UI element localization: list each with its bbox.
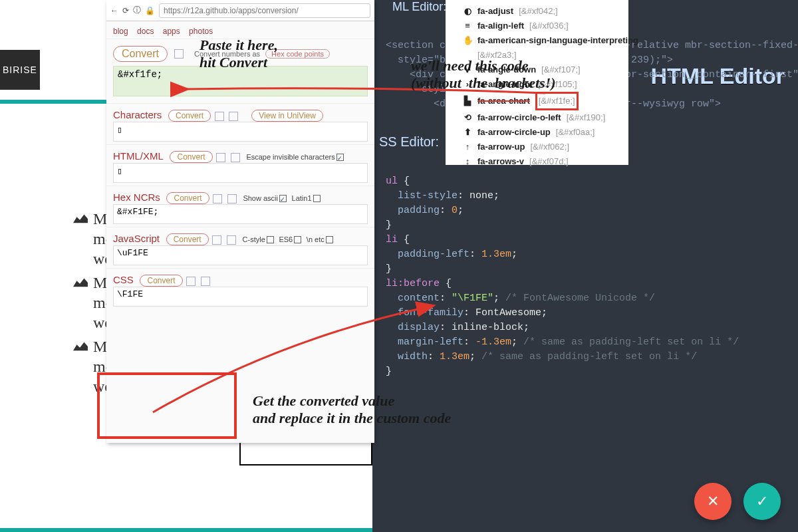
brand-text: BIRISE (3, 65, 37, 75)
svg-marker-2 (73, 342, 88, 351)
hexncr-section: Hex NCRs Convert Show ascii Latin1 &#xF1… (106, 186, 374, 227)
checkbox[interactable] (294, 236, 301, 243)
checkbox[interactable] (326, 236, 333, 243)
convert-button[interactable]: Convert (170, 151, 212, 163)
nav-link[interactable]: apps (163, 27, 180, 36)
css-output[interactable]: \F1FE (113, 287, 368, 307)
reload-icon[interactable]: ⟳ (122, 6, 129, 15)
section-title: Hex NCRs (113, 192, 160, 203)
area-chart-icon (73, 213, 88, 223)
section-title: JavaScript (113, 233, 160, 244)
annotation-need: we'll need this code (without the bracke… (411, 57, 556, 92)
javascript-section: JavaScript Convert C-style ES6 \n etc \u… (106, 227, 374, 269)
convert-button[interactable]: Convert (168, 110, 211, 122)
svg-marker-1 (73, 279, 88, 287)
option-label: Escape invisible characters (246, 153, 334, 161)
cancel-button[interactable]: ✕ (694, 483, 732, 520)
section-title: CSS (113, 274, 134, 285)
convert-button[interactable]: Convert (166, 233, 209, 245)
select-icon[interactable] (227, 235, 236, 245)
characters-output[interactable]: ▯ (113, 122, 368, 142)
uniview-button[interactable]: View in UniView (251, 110, 323, 122)
annotation-get: Get the converted value and replace it i… (253, 392, 451, 427)
characters-section: Characters Convert View in UniView ▯ (106, 104, 374, 145)
css-section: CSS Convert \F1FE (106, 269, 374, 309)
checkbox[interactable] (279, 195, 287, 202)
area-chart-icon (73, 340, 88, 351)
select-icon[interactable] (229, 112, 238, 121)
section-title: HTML/XML (113, 150, 164, 162)
back-icon[interactable]: ← (110, 6, 118, 15)
brand-bar: BIRISE (0, 50, 40, 90)
copy-icon[interactable] (213, 194, 222, 203)
select-icon[interactable] (231, 153, 240, 162)
divider (0, 528, 372, 532)
lock-icon: 🔒 (145, 6, 155, 15)
select-icon[interactable] (227, 194, 237, 203)
url-field[interactable]: https://r12a.github.io/apps/conversion/ (159, 3, 370, 18)
image-frame (239, 439, 372, 466)
checkbox[interactable] (336, 154, 344, 161)
hexncr-output[interactable]: &#xF1FE; (113, 204, 368, 224)
nav-link[interactable]: blog (113, 27, 128, 36)
css-editor-label: SS Editor: (379, 134, 439, 150)
checkbox[interactable] (267, 236, 274, 243)
htmlxml-section: HTML/XML Convert Escape invisible charac… (106, 145, 374, 186)
callout-box-css (97, 372, 237, 439)
check-icon: ✓ (756, 493, 768, 510)
copy-icon[interactable] (215, 112, 224, 121)
browser-address-bar: ← ⟳ ⓘ 🔒 https://r12a.github.io/apps/conv… (106, 0, 374, 21)
annotation-paste: Paste it here, hit Convert (200, 37, 278, 71)
javascript-output[interactable]: \uF1FE (113, 245, 368, 265)
nav-link[interactable]: photos (189, 27, 213, 36)
convert-button[interactable]: Convert (166, 192, 209, 204)
info-icon[interactable]: ⓘ (133, 5, 141, 16)
svg-marker-0 (73, 215, 88, 223)
css-code-block[interactable]: ul { list-style: none; padding: 0; } li … (386, 174, 739, 379)
copy-icon[interactable] (174, 49, 184, 59)
copy-icon[interactable] (212, 235, 221, 245)
checkbox[interactable] (313, 195, 321, 202)
copy-icon[interactable] (186, 277, 196, 286)
confirm-button[interactable]: ✓ (743, 483, 781, 520)
close-icon: ✕ (707, 493, 719, 510)
convert-button[interactable]: Convert (140, 275, 182, 287)
convert-button[interactable]: Convert (113, 46, 168, 62)
html-editor-label: ML Editor: (392, 0, 446, 14)
select-icon[interactable] (201, 277, 210, 286)
copy-icon[interactable] (216, 153, 225, 162)
area-chart-icon (73, 277, 88, 287)
section-title: Characters (113, 109, 162, 120)
nav-link[interactable]: docs (137, 27, 154, 36)
htmlxml-output[interactable]: ▯ (113, 163, 368, 183)
